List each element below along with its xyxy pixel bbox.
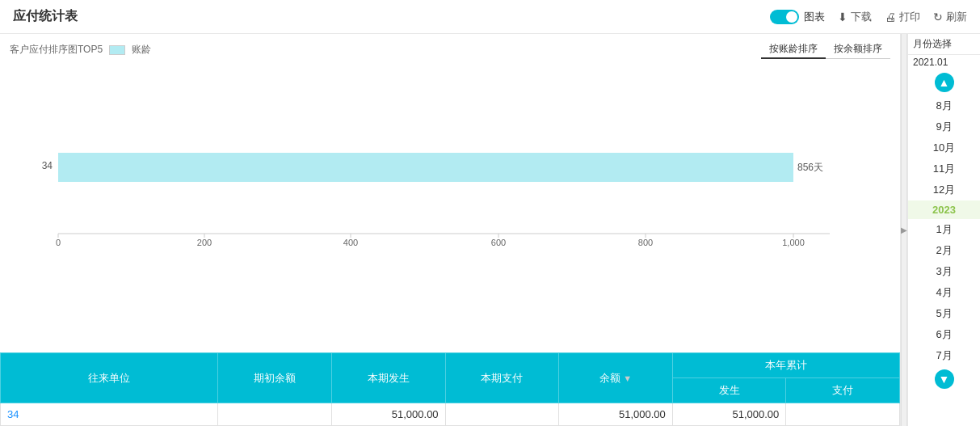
chart-bar <box>58 153 793 182</box>
page-header: 应付统计表 图表 ⬇ 下载 🖨 打印 ↻ 刷新 <box>0 0 980 34</box>
x-tick-800: 800 <box>638 238 653 247</box>
x-tick-1000: 1,000 <box>782 238 805 247</box>
sort-by-age-button[interactable]: 按账龄排序 <box>761 40 826 59</box>
month-item-10[interactable]: 10月 <box>908 137 980 158</box>
chart-canvas: 34 856天 0 200 400 600 800 <box>0 65 900 352</box>
x-tick-200: 200 <box>197 238 212 247</box>
x-tick-400: 400 <box>343 238 358 247</box>
month-item-2[interactable]: 2月 <box>908 240 980 261</box>
cell-annual-pay <box>786 403 900 426</box>
unit-link[interactable]: 34 <box>7 408 19 420</box>
refresh-label: 刷新 <box>946 10 967 24</box>
cell-balance: 51,000.00 <box>559 403 673 426</box>
chart-toggle-wrap[interactable]: 图表 <box>770 10 825 24</box>
chart-title: 客户应付排序图TOP5 <box>10 43 103 57</box>
table-wrap: 往来单位 期初余额 本期发生 本期支付 余额 ▼ 本年累计 <box>0 352 900 426</box>
print-label: 打印 <box>899 10 920 24</box>
month-item-4[interactable]: 4月 <box>908 282 980 303</box>
download-icon: ⬇ <box>838 11 848 23</box>
sidebar-up-button[interactable]: ▲ <box>908 70 980 95</box>
cell-current-pay <box>445 403 559 426</box>
legend-box <box>109 45 125 55</box>
col-header-unit: 往来单位 <box>1 353 218 403</box>
x-tick-0: 0 <box>56 238 61 247</box>
month-item-11[interactable]: 11月 <box>908 158 980 179</box>
table-body: 34 51,000.00 51,000.00 51,000.00 <box>1 403 900 426</box>
bar-chart: 34 856天 0 200 400 600 800 <box>13 72 887 266</box>
download-button[interactable]: ⬇ 下载 <box>838 10 872 24</box>
chart-area: 客户应付排序图TOP5 账龄 按账龄排序 按余额排序 34 <box>0 34 901 426</box>
sidebar-scroll-area: ▲ 8月 9月 10月 11月 12月 2023 1月 2月 3月 4月 5月 … <box>908 70 980 426</box>
col-header-opening: 期初余额 <box>218 353 332 403</box>
up-arrow-icon: ▲ <box>935 73 954 92</box>
cell-opening <box>218 403 332 426</box>
month-item-5[interactable]: 5月 <box>908 303 980 324</box>
chart-legend: 客户应付排序图TOP5 账龄 <box>10 43 151 57</box>
refresh-button[interactable]: ↻ 刷新 <box>933 10 967 24</box>
sidebar-divider[interactable]: ▶ <box>901 34 907 426</box>
month-item-7[interactable]: 7月 <box>908 345 980 366</box>
x-tick-600: 600 <box>491 238 506 247</box>
month-item-12[interactable]: 12月 <box>908 179 980 200</box>
sidebar-down-button[interactable]: ▼ <box>908 366 980 392</box>
print-icon: 🖨 <box>885 11 896 23</box>
sidebar-header: 月份选择 <box>908 34 980 55</box>
col-header-annual: 本年累计 <box>672 353 899 378</box>
cell-unit: 34 <box>1 403 218 426</box>
col-header-annual-pay: 支付 <box>786 378 900 403</box>
col-header-current-pay: 本期支付 <box>445 353 559 403</box>
download-label: 下载 <box>851 10 872 24</box>
month-item-3[interactable]: 3月 <box>908 261 980 282</box>
table-row: 34 51,000.00 51,000.00 51,000.00 <box>1 403 900 426</box>
divider-icon: ▶ <box>901 226 907 234</box>
chart-sort-buttons: 按账龄排序 按余额排序 <box>761 40 890 59</box>
legend-label: 账龄 <box>132 43 151 57</box>
month-item-1[interactable]: 1月 <box>908 219 980 240</box>
col-header-annual-occur: 发生 <box>672 378 786 403</box>
main-content: 客户应付排序图TOP5 账龄 按账龄排序 按余额排序 34 <box>0 34 980 426</box>
cell-annual-occur: 51,000.00 <box>672 403 786 426</box>
sidebar-current-value: 2021.01 <box>908 55 980 70</box>
month-sidebar: 月份选择 2021.01 ▲ 8月 9月 10月 11月 12月 2023 1月… <box>907 34 980 426</box>
col-header-current-occur: 本期发生 <box>332 353 446 403</box>
bar-value-label: 856天 <box>797 162 823 173</box>
data-table-area: 往来单位 期初余额 本期发生 本期支付 余额 ▼ 本年累计 <box>0 352 900 426</box>
month-item-6[interactable]: 6月 <box>908 324 980 345</box>
month-item-8[interactable]: 8月 <box>908 95 980 116</box>
sidebar-label: 月份选择 <box>913 37 952 51</box>
chart-header: 客户应付排序图TOP5 账龄 按账龄排序 按余额排序 <box>0 34 900 65</box>
page-title: 应付统计表 <box>13 8 78 25</box>
month-item-9[interactable]: 9月 <box>908 116 980 137</box>
refresh-icon: ↻ <box>933 11 943 23</box>
sort-by-balance-button[interactable]: 按余额排序 <box>826 40 890 59</box>
year-tag-2023: 2023 <box>908 200 980 219</box>
toggle-label: 图表 <box>804 10 825 24</box>
down-arrow-icon: ▼ <box>935 369 954 389</box>
print-button[interactable]: 🖨 打印 <box>885 10 920 24</box>
table-header-row1: 往来单位 期初余额 本期发生 本期支付 余额 ▼ 本年累计 <box>1 353 900 378</box>
col-header-balance: 余额 ▼ <box>559 353 673 403</box>
balance-icon: ▼ <box>623 373 632 383</box>
cell-current-occur: 51,000.00 <box>332 403 446 426</box>
y-axis-label: 34 <box>42 160 53 171</box>
header-actions: 图表 ⬇ 下载 🖨 打印 ↻ 刷新 <box>770 10 967 24</box>
data-table: 往来单位 期初余额 本期发生 本期支付 余额 ▼ 本年累计 <box>0 352 900 426</box>
chart-toggle[interactable] <box>770 10 799 24</box>
